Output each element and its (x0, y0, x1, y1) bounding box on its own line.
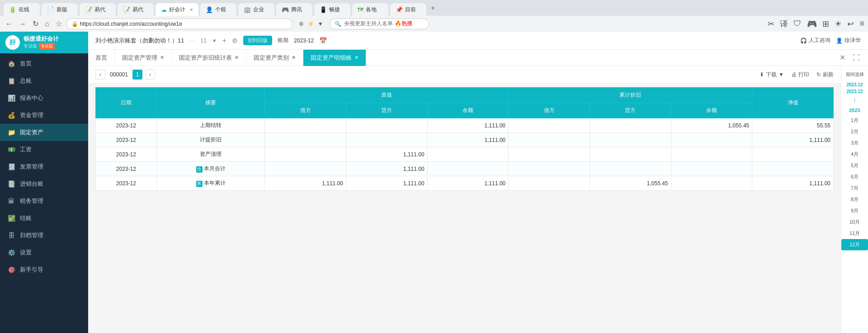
right-panel: 期间选择 2023.12 2023.12 ↑ 20231月2月3月4月5月6月7… (841, 66, 868, 333)
page-next-button[interactable]: › (145, 70, 155, 80)
tab-add-button[interactable]: + (427, 4, 439, 12)
browser-tab-10[interactable]: 📌目前 (390, 3, 426, 16)
user-button[interactable]: 👤 徐泽华 (836, 37, 861, 44)
browser-tab-1[interactable]: 📄新版 (42, 3, 78, 16)
nav-label-6: 发票管理 (20, 163, 43, 171)
browser-tab-2[interactable]: 📝易代 (80, 3, 116, 16)
scissors-icon[interactable]: ✂ (768, 19, 774, 29)
sidebar-item-设置[interactable]: ⚙️设置 (0, 244, 88, 261)
page-tab-1[interactable]: 固定资产管理 ✕ (115, 50, 172, 66)
sidebar-item-进销台账[interactable]: 📑进销台账 (0, 175, 88, 192)
month-item-2月[interactable]: 2月 (841, 126, 868, 137)
browser-tab-0[interactable]: 🔋在线 (4, 3, 40, 16)
calendar-icon[interactable]: 📅 (319, 37, 327, 44)
th-summary: 摘要 (156, 88, 265, 118)
sidebar-item-固定资产[interactable]: 📁固定资产 (0, 124, 88, 141)
page-tab-close-2[interactable]: ✕ (235, 55, 239, 61)
period-up-icon[interactable]: ↑ (851, 95, 858, 106)
search-bar[interactable]: 🔍 央视更新主持人名单 🔥热搜 (330, 19, 429, 29)
browser-tab-8[interactable]: 📱畅捷 (314, 3, 350, 16)
add-account-button[interactable]: + (222, 37, 226, 45)
table-row: 2023-12 上期结转 1,111.00 1,055.45 55.55 (96, 118, 834, 133)
cell-depr-balance (671, 162, 752, 176)
sidebar-item-结账[interactable]: ✅结账 (0, 210, 88, 227)
month-item-3月[interactable]: 3月 (841, 137, 868, 149)
dropdown-arrow-icon[interactable]: ▼ (212, 38, 217, 43)
nav-forward-button[interactable]: → (17, 19, 28, 29)
page-code: 000001 (110, 71, 128, 78)
page-prev-button[interactable]: ‹ (95, 70, 105, 80)
page-tab-3[interactable]: 固定资产类别 ✕ (246, 50, 303, 66)
browser-tab-7[interactable]: 🎮腾讯 (276, 3, 312, 16)
sidebar-item-报表中心[interactable]: 📊报表中心 (0, 89, 88, 107)
nav-label-0: 首页 (20, 60, 32, 68)
tab-close-all-icon[interactable]: ✕ (837, 52, 848, 63)
extension-icon-1[interactable]: ⚙ (299, 21, 304, 27)
menu-icon[interactable]: ≡ (859, 19, 864, 28)
month-item-9月[interactable]: 9月 (841, 205, 868, 216)
nav-icon-8: 🏛 (7, 197, 15, 205)
nav-back-button[interactable]: ← (4, 19, 14, 29)
refresh-button[interactable]: ↻ 刷新 (816, 71, 834, 79)
extension-icon-2[interactable]: ⚡ (307, 21, 314, 27)
cell-date: 2023-12 (96, 118, 157, 133)
gamepad-icon[interactable]: 🎮 (807, 19, 817, 29)
month-item-5月[interactable]: 5月 (841, 160, 868, 171)
month-item-6月[interactable]: 6月 (841, 171, 868, 183)
help-button[interactable]: 🎧 人工咨询 (800, 37, 830, 44)
sidebar-item-工资[interactable]: 💵工资 (0, 141, 88, 158)
switch-old-version-button[interactable]: 切到旧版 (243, 36, 272, 45)
sidebar-item-首页[interactable]: 🏠首页 (0, 55, 88, 72)
nav-bookmark-button[interactable]: ☆ (54, 19, 64, 29)
settings-gear-icon[interactable]: ⚙ (232, 37, 238, 44)
grid-icon[interactable]: ⊞ (822, 19, 829, 29)
page-tab-4[interactable]: 固定资产明细账 ✕ (303, 50, 366, 66)
month-item-10月[interactable]: 10月 (841, 216, 868, 228)
pagination: ‹ 000001 1 › (95, 70, 155, 80)
sidebar-item-资金管理[interactable]: 💰资金管理 (0, 107, 88, 124)
address-dropdown-button[interactable]: ▼ (318, 21, 323, 27)
browser-tab-9[interactable]: 🗺各地 (352, 3, 388, 16)
translate-icon[interactable]: 译 (780, 19, 788, 29)
month-item-8月[interactable]: 8月 (841, 194, 868, 205)
nav-reload-button[interactable]: ↻ (31, 19, 40, 29)
page-tab-close-4[interactable]: ✕ (354, 55, 359, 61)
month-item-4月[interactable]: 4月 (841, 149, 868, 160)
page-tab-2[interactable]: 固定资产折旧统计表 ✕ (172, 50, 246, 66)
nav-home-button[interactable]: ⌂ (43, 19, 51, 29)
download-dropdown-icon[interactable]: ▼ (778, 71, 784, 78)
month-item-1月[interactable]: 1月 (841, 115, 868, 126)
page-num-display[interactable]: 1 (132, 70, 142, 80)
nav-icon-4: 📁 (7, 128, 15, 136)
cell-orig-debit (265, 118, 346, 133)
month-item-12月[interactable]: 12月 (841, 239, 868, 250)
nav-label-10: 归档管理 (20, 231, 43, 239)
undo-icon[interactable]: ↩ (847, 19, 854, 29)
tab-expand-icon[interactable]: ⛶ (850, 53, 863, 63)
browser-tab-6[interactable]: 🏢企业 (238, 3, 274, 16)
address-bar-input[interactable]: 🔒 https://cloud.chanjet.com/accounting/u… (66, 19, 292, 29)
sidebar-item-税务管理[interactable]: 🏛税务管理 (0, 192, 88, 210)
browser-tab-3[interactable]: 📝易代 (118, 3, 154, 16)
print-button[interactable]: 🖨 打印 (791, 71, 809, 79)
sidebar-item-发票管理[interactable]: 🧾发票管理 (0, 158, 88, 175)
brightness-icon[interactable]: ☀ (835, 19, 842, 29)
page-tab-close-1[interactable]: ✕ (160, 55, 164, 61)
sidebar-item-归档管理[interactable]: 🗄归档管理 (0, 227, 88, 244)
browser-tab-5[interactable]: 👤个税 (200, 3, 236, 16)
top-bar-right: 🎧 人工咨询 👤 徐泽华 (800, 37, 861, 44)
shield-icon[interactable]: 🛡 (793, 19, 802, 28)
page-tab-0[interactable]: 首页 (88, 50, 115, 66)
month-item-11月[interactable]: 11月 (841, 228, 868, 239)
ledger-main: ‹ 000001 1 › ⬇ 下载 ▼ 🖨 打印 (88, 66, 841, 333)
download-button[interactable]: ⬇ 下载 ▼ (760, 71, 784, 79)
browser-tab-4[interactable]: ☁好会计✕ (156, 3, 198, 16)
page-tab-close-3[interactable]: ✕ (292, 55, 296, 61)
table-row: 2023-12 计提折旧 1,111.00 1,111.00 (96, 133, 834, 147)
sidebar-item-新手引导[interactable]: 🎯新手引导 (0, 261, 88, 278)
cell-date: 2023-12 (96, 162, 157, 176)
cell-depr-debit (509, 176, 590, 191)
cell-summary: 计提折旧 (156, 133, 265, 147)
sidebar-item-总账[interactable]: 📋总账 (0, 72, 88, 89)
month-item-7月[interactable]: 7月 (841, 183, 868, 194)
